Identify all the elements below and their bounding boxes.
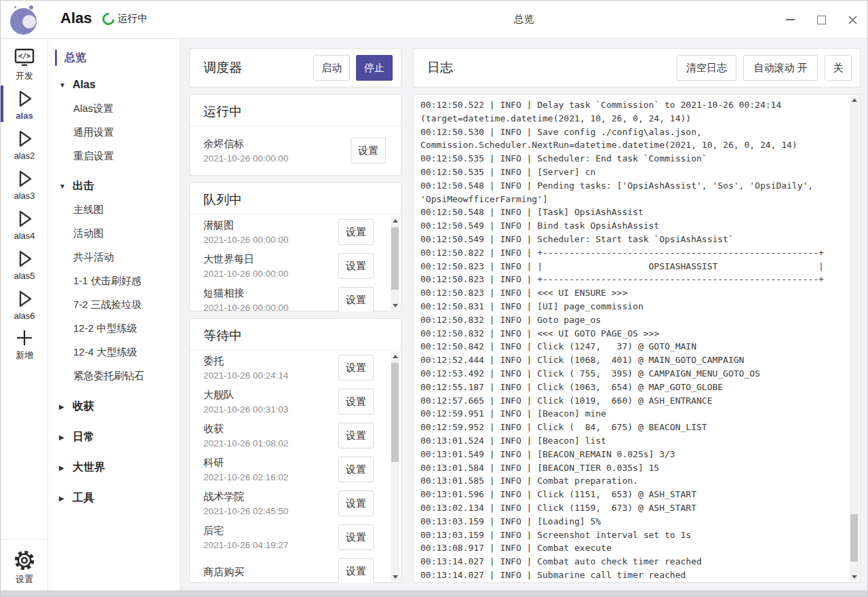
svg-text:</>: </> (18, 52, 31, 60)
scroll-thumb[interactable] (850, 514, 858, 562)
task-time: 2021-10-26 01:08:02 (203, 436, 338, 450)
nav-item-overview-active[interactable]: 总览 (48, 48, 180, 67)
log-line: 00:12:52.444 | INFO | Click (1068, 401) … (420, 353, 850, 367)
nav-group-collapsed[interactable]: ▶ 收获 (48, 394, 180, 419)
task-row: 科研 2021-10-26 02:16:02 设置 (190, 452, 401, 486)
log-line: 00:12:50.823 | INFO | | OPSIASHASSIST | (420, 260, 850, 273)
rail-item-instance[interactable]: alas3 (1, 164, 48, 204)
task-time: 2021-10-26 00:00:00 (203, 233, 338, 247)
rail-item-label: alas6 (14, 311, 35, 321)
nav-item[interactable]: 紧急委托刷钻石 (48, 364, 180, 388)
task-info: 后宅 2021-10-26 04:19:27 (203, 522, 338, 552)
task-name: 科研 (203, 455, 338, 470)
nav-item[interactable]: 活动图 (48, 222, 180, 246)
plus-icon (14, 328, 35, 349)
log-scrollbar[interactable] (850, 96, 859, 581)
nav-group-label: 工具 (73, 491, 94, 505)
scroll-thumb[interactable] (391, 227, 399, 290)
nav-group-label: 大世界 (73, 461, 105, 475)
task-settings-button[interactable]: 设置 (338, 558, 374, 583)
log-line: 00:13:01.524 | INFO | [Beacon] list (420, 434, 850, 448)
minimize-button[interactable] (785, 14, 795, 25)
log-line: 00:12:50.535 | INFO | [Server] cn (420, 166, 850, 179)
nav-item[interactable]: 1-1 伏击刷好感 (48, 269, 180, 293)
nav-group-collapsed[interactable]: ▶ 大世界 (48, 455, 180, 480)
rail-item-dev[interactable]: </> 开发 (1, 44, 48, 84)
task-row: 收获 2021-10-26 01:08:02 设置 (190, 419, 401, 452)
maximize-button[interactable] (816, 14, 827, 25)
rail-item-instance[interactable]: alas2 (1, 124, 48, 164)
rail-item-settings[interactable]: 设置 (1, 546, 48, 586)
task-settings-button[interactable]: 设置 (338, 524, 374, 550)
rail-item-alas-active[interactable]: alas (1, 84, 48, 124)
start-button[interactable]: 启动 (313, 55, 350, 81)
autoscroll-off-button[interactable]: 关 (825, 55, 852, 81)
nav-item[interactable]: Alas设置 (48, 97, 180, 121)
task-time: 2021-10-26 00:00:00 (203, 267, 338, 281)
rail-item-instance[interactable]: alas4 (1, 204, 48, 244)
task-settings-button[interactable]: 设置 (338, 287, 374, 311)
rail-item-instance[interactable]: alas6 (1, 284, 48, 324)
log-line: 00:12:50.530 | INFO | Save config ./conf… (420, 126, 850, 153)
task-name: 大世界每日 (203, 251, 338, 267)
task-info: 大舰队 2021-10-26 00:31:03 (203, 387, 338, 417)
nav-collapsed-groups: ▶ 收获 ▶ 日常 ▶ 大世界 ▶ 工具 (48, 394, 180, 510)
log-line: 00:12:50.842 | INFO | Click (1247, 37) @… (420, 340, 850, 353)
task-settings-button[interactable]: 设置 (338, 490, 374, 516)
scroll-down-icon[interactable] (391, 301, 399, 310)
log-title: 日志 (427, 59, 677, 77)
task-settings-button[interactable]: 设置 (338, 219, 374, 245)
queue-scrollbar[interactable] (391, 216, 399, 310)
nav-item[interactable]: 共斗活动 (48, 246, 180, 269)
play-icon (14, 288, 35, 310)
scroll-thumb[interactable] (391, 363, 399, 462)
running-spinner-icon (100, 10, 117, 27)
task-settings-button[interactable]: 设置 (338, 389, 374, 415)
nav-item[interactable]: 12-2 中型练级 (48, 317, 180, 341)
log-line: 00:13:14.027 | INFO | Combat auto check … (420, 555, 850, 569)
nav-item[interactable]: 重启设置 (48, 145, 180, 168)
task-settings-button[interactable]: 设置 (338, 423, 374, 448)
scroll-down-icon[interactable] (391, 573, 399, 581)
scroll-up-icon[interactable] (850, 96, 859, 104)
close-button[interactable] (847, 14, 858, 25)
task-name: 后宅 (203, 522, 338, 538)
task-settings-button[interactable]: 设置 (351, 138, 386, 163)
task-info: 收获 2021-10-26 01:08:02 (203, 421, 338, 450)
autoscroll-on-button[interactable]: 自动滚动 开 (743, 55, 818, 81)
task-name: 战术学院 (203, 488, 338, 504)
nav-item[interactable]: 12-4 大型练级 (48, 341, 180, 364)
chevron-right-icon: ▶ (59, 464, 67, 471)
nav-group-sortie[interactable]: ▼ 出击 (48, 174, 180, 198)
rail-item-add[interactable]: 新增 (1, 324, 48, 364)
scroll-down-icon[interactable] (850, 573, 859, 581)
nav-group-collapsed[interactable]: ▶ 日常 (48, 425, 180, 449)
nav-group-collapsed[interactable]: ▶ 工具 (48, 486, 180, 510)
rail-item-instance[interactable]: alas5 (1, 244, 48, 284)
waiting-scrollbar[interactable] (391, 352, 399, 581)
log-line: 00:12:59.952 | INFO | Click ( 84, 675) @… (420, 421, 850, 434)
queue-card: 队列中 潜艇图 2021-10-26 00:00:00 设置 (189, 182, 401, 311)
nav-item[interactable]: 通用设置 (48, 121, 180, 145)
nav-group-label: Alas (73, 79, 96, 91)
task-settings-button[interactable]: 设置 (338, 457, 374, 482)
log-line: 00:13:01.585 | INFO | Combat preparation… (420, 474, 850, 488)
scroll-up-icon[interactable] (391, 216, 399, 225)
nav-item[interactable]: 7-2 三战捡垃圾 (48, 293, 180, 317)
task-settings-button[interactable]: 设置 (338, 253, 374, 279)
log-line: 00:12:50.823 | INFO | +-----------------… (420, 273, 850, 286)
nav-group-alas[interactable]: ▼ Alas (48, 73, 180, 97)
nav-item[interactable]: 主线图 (48, 198, 180, 222)
scroll-up-icon[interactable] (391, 352, 399, 361)
clear-log-button[interactable]: 清空日志 (677, 55, 736, 81)
play-icon (14, 88, 35, 110)
waiting-card: 等待中 委托 2021-10-26 00:24:14 设置 (189, 318, 401, 583)
log-line: 00:12:50.832 | INFO | <<< UI GOTO PAGE_O… (420, 327, 850, 341)
rail-item-label: alas5 (14, 271, 35, 281)
queue-title: 队列中 (203, 191, 387, 209)
task-settings-button[interactable]: 设置 (338, 355, 374, 381)
task-row: 大世界每日 2021-10-26 00:00:00 设置 (190, 249, 401, 283)
task-time: 2021-10-26 00:00:00 (203, 301, 338, 311)
stop-button[interactable]: 停止 (356, 55, 393, 81)
nav-sidebar: 总览 ▼ Alas Alas设置通用设置重启设置 ▼ 出击 主线图活动图共斗活动… (48, 39, 180, 590)
